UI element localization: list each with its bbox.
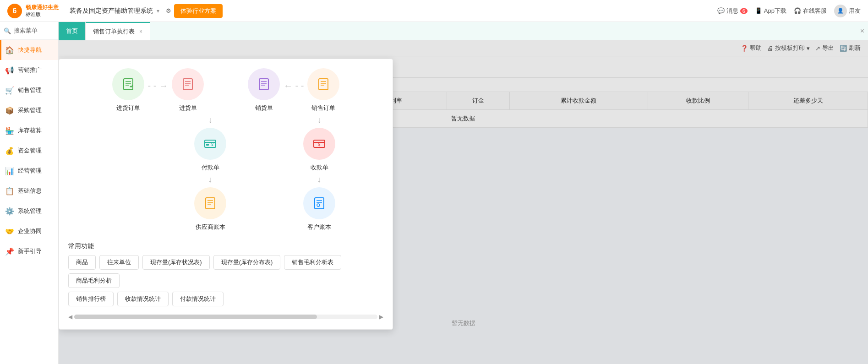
sidebar-item-enterprise[interactable]: 🤝 企业协同 [0, 221, 58, 241]
func-btn-6[interactable]: 销售排行榜 [68, 292, 114, 306]
down-arrow-purchase: ↓ [208, 116, 213, 124]
sales-order-icon [307, 68, 339, 100]
down-arrow-receipt: ↓ [317, 175, 322, 184]
down-arrow-payment: ↓ [208, 175, 213, 184]
svg-text:¥: ¥ [211, 142, 214, 147]
flow-item-purchase-order[interactable]: 进货订单 [112, 68, 144, 112]
sidebar-item-marketing[interactable]: 📢 营销推广 [0, 60, 58, 80]
func-btn-7[interactable]: 收款情况统计 [117, 292, 169, 306]
message-link[interactable]: 💬 消息 6 [717, 7, 748, 15]
arrow-1: - - → [148, 81, 168, 91]
down-arrow-sales: ↓ [317, 116, 322, 124]
top-bar-right: 💬 消息 6 📱 App下载 🎧 在线客服 👤 用友 [717, 5, 861, 17]
sidebar-item-quick-guide[interactable]: 🏠 快捷导航 [0, 40, 58, 60]
func-btn-1[interactable]: 往来单位 [99, 255, 139, 270]
flow-item-payment[interactable]: ¥ 付款单 [194, 128, 226, 172]
tab-sales-order[interactable]: 销售订单执行表 × [86, 22, 150, 40]
svg-rect-27 [315, 198, 324, 209]
base-icon: 📋 [5, 186, 14, 196]
search-icon: 🔍 [4, 27, 11, 34]
purchase-icon: 📦 [5, 106, 14, 115]
receipt-icon: ¥ [303, 128, 335, 160]
operation-icon: 📊 [5, 166, 14, 175]
scroll-right-icon[interactable]: ▶ [379, 314, 383, 320]
flow-item-sales-order[interactable]: 销售订单 [307, 68, 339, 112]
purchase-bill-icon [172, 68, 204, 100]
system-dropdown-icon[interactable]: ▾ [157, 8, 159, 14]
svg-rect-8 [259, 79, 268, 90]
func-buttons: 商品 往来单位 现存量(库存状况表) 现存量(库存分布表) 销售毛利分析表 商品… [68, 255, 383, 288]
sidebar-item-sales[interactable]: 🛒 销售管理 [0, 80, 58, 100]
supplier-icon [194, 187, 226, 219]
online-service-link[interactable]: 🎧 在线客服 [794, 7, 827, 15]
app-download-link[interactable]: 📱 App下载 [755, 7, 786, 15]
user-avatar: 👤 [834, 5, 847, 17]
svg-rect-4 [183, 79, 192, 90]
logo-area: 6 畅康通好生意 标准版 [7, 4, 66, 18]
svg-rect-20 [206, 198, 215, 209]
flow-item-sales-bill[interactable]: 销货单 [248, 68, 280, 112]
scroll-left-icon[interactable]: ◀ [68, 314, 72, 320]
message-icon: 💬 [717, 7, 725, 14]
func-btn-3[interactable]: 现存量(库存分布表) [213, 255, 281, 270]
headset-icon: 🎧 [794, 7, 801, 14]
func-btn-8[interactable]: 付款情况统计 [172, 292, 224, 306]
scroll-track[interactable] [74, 315, 377, 319]
app-wrapper: 6 畅康通好生意 标准版 装备及固定资产辅助管理系统 ▾ ⚙ 体验行业方案 💬 … [0, 0, 868, 364]
content-area: 首页 销售订单执行表 × × ❓ 帮助 [59, 22, 868, 364]
svg-rect-18 [206, 144, 209, 146]
logo-text: 畅康通好生意 标准版 [26, 4, 59, 18]
sidebar-item-base[interactable]: 📋 基础信息 [0, 181, 58, 201]
sidebar-search[interactable]: 🔍 搜索菜单 [0, 22, 58, 40]
enterprise-icon: 🤝 [5, 227, 14, 236]
top-bar: 6 畅康通好生意 标准版 装备及固定资产辅助管理系统 ▾ ⚙ 体验行业方案 💬 … [0, 0, 868, 22]
user-area[interactable]: 👤 用友 [834, 5, 861, 17]
sales-bill-icon [248, 68, 280, 100]
func-btn-0[interactable]: 商品 [68, 255, 96, 270]
svg-rect-12 [319, 79, 328, 90]
flow-item-receipt[interactable]: ¥ 收款单 [303, 128, 335, 172]
tab-bar: 首页 销售订单执行表 × × [59, 22, 868, 40]
svg-rect-0 [124, 79, 133, 90]
sidebar-item-operation[interactable]: 📊 经营管理 [0, 161, 58, 181]
home-icon: 🏠 [5, 45, 14, 54]
quick-guide-panel: 进货订单 - - → 进货单 [59, 59, 393, 330]
tab-close-icon[interactable]: × [139, 28, 142, 35]
customer-icon [303, 187, 335, 219]
tab-home[interactable]: 首页 [59, 22, 86, 40]
func-btn-2[interactable]: 现存量(库存状况表) [142, 255, 210, 270]
flow-item-purchase-bill[interactable]: 进货单 [172, 68, 204, 112]
settings-icon[interactable]: ⚙ [163, 5, 174, 16]
experience-btn[interactable]: 体验行业方案 [174, 4, 223, 18]
message-badge: 6 [740, 8, 748, 14]
sidebar-item-newbie[interactable]: 📌 新手引导 [0, 241, 58, 261]
phone-icon: 📱 [755, 7, 762, 14]
tab-close-all[interactable]: × [860, 27, 864, 35]
flow-item-customer[interactable]: 客户账本 [303, 187, 335, 231]
flow-item-supplier[interactable]: 供应商账本 [194, 187, 226, 231]
page-content: ❓ 帮助 🖨 按模板打印 ▾ ↗ 导出 🔄 [59, 40, 868, 364]
marketing-icon: 📢 [5, 65, 14, 75]
logo-icon: 6 [7, 4, 22, 18]
sidebar-item-purchase[interactable]: 📦 采购管理 [0, 100, 58, 120]
arrow-2: ← - - [284, 81, 304, 91]
func-buttons-2: 销售排行榜 收款情况统计 付款情况统计 [68, 292, 383, 306]
finance-icon: 💰 [5, 146, 14, 155]
inventory-icon: 🏪 [5, 126, 14, 135]
svg-point-30 [317, 204, 320, 206]
scroll-thumb [74, 315, 317, 319]
sidebar-item-inventory[interactable]: 🏪 库存核算 [0, 120, 58, 141]
func-btn-4[interactable]: 销售毛利分析表 [284, 255, 341, 270]
system-icon: ⚙️ [5, 206, 14, 216]
sidebar-item-finance[interactable]: 💰 资金管理 [0, 141, 58, 161]
payment-icon: ¥ [194, 128, 226, 160]
newbie-icon: 📌 [5, 247, 14, 256]
svg-text:¥: ¥ [317, 142, 321, 147]
sidebar: 🔍 搜索菜单 🏠 快捷导航 📢 营销推广 🛒 销售管理 📦 采购管理 🏪 [0, 22, 59, 364]
system-name-area: 装备及固定资产辅助管理系统 ▾ ⚙ [66, 5, 174, 16]
scrollbar-row: ◀ ▶ [68, 314, 383, 320]
func-btn-5[interactable]: 商品毛利分析 [68, 273, 120, 288]
purchase-order-icon [112, 68, 144, 100]
sidebar-item-system[interactable]: ⚙️ 系统管理 [0, 201, 58, 221]
svg-rect-16 [205, 140, 216, 147]
